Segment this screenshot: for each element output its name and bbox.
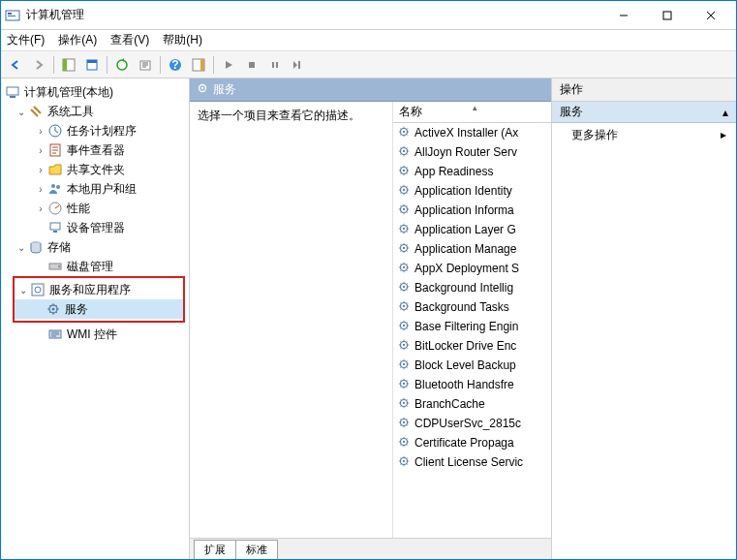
svg-point-26 bbox=[56, 185, 60, 189]
service-row[interactable]: Background Intellig bbox=[393, 278, 551, 297]
tree-event-viewer[interactable]: ›事件查看器 bbox=[1, 140, 189, 160]
tab-extended[interactable]: 扩展 bbox=[194, 540, 236, 559]
pause-service-button[interactable] bbox=[264, 54, 286, 76]
tree-device-manager[interactable]: 设备管理器 bbox=[1, 218, 189, 237]
service-name: AllJoyn Router Serv bbox=[415, 145, 517, 159]
svg-point-76 bbox=[403, 459, 405, 461]
svg-point-37 bbox=[52, 308, 55, 311]
service-row[interactable]: Bluetooth Handsfre bbox=[393, 375, 551, 394]
gear-icon bbox=[397, 435, 411, 451]
svg-point-48 bbox=[403, 188, 405, 190]
expand-icon[interactable]: › bbox=[34, 184, 47, 195]
service-name: App Readiness bbox=[415, 165, 493, 178]
gear-icon bbox=[397, 416, 411, 432]
services-list-body[interactable]: ActiveX Installer (AxAllJoyn Router Serv… bbox=[393, 123, 551, 538]
tree-root[interactable]: 计算机管理(本地) bbox=[1, 82, 189, 102]
expand-icon[interactable]: › bbox=[34, 126, 47, 137]
svg-point-40 bbox=[201, 87, 204, 90]
highlight-box: ⌄服务和应用程序 服务 bbox=[13, 276, 185, 323]
tree-pane[interactable]: 计算机管理(本地) ⌄ 系统工具 ›任务计划程序 ›事件查看器 ›共享文件夹 ›… bbox=[1, 78, 190, 559]
actions-more[interactable]: 更多操作 ▸ bbox=[552, 123, 736, 146]
expand-icon[interactable]: › bbox=[34, 145, 47, 156]
service-row[interactable]: BranchCache bbox=[393, 394, 551, 414]
close-button[interactable] bbox=[689, 2, 732, 29]
svg-rect-1 bbox=[8, 13, 12, 15]
collapse-icon[interactable]: ⌄ bbox=[16, 285, 30, 296]
tree-performance[interactable]: ›性能 bbox=[1, 199, 189, 218]
gear-icon bbox=[397, 454, 411, 471]
restart-service-button[interactable] bbox=[288, 54, 309, 76]
back-button[interactable] bbox=[5, 54, 26, 76]
tree-task-scheduler[interactable]: ›任务计划程序 bbox=[1, 121, 189, 140]
tree-disk-management[interactable]: 磁盘管理 bbox=[1, 257, 189, 276]
show-hide-tree-button[interactable] bbox=[58, 54, 79, 76]
titlebar[interactable]: 计算机管理 bbox=[1, 1, 736, 30]
svg-point-58 bbox=[403, 285, 405, 287]
expand-icon[interactable]: › bbox=[34, 203, 47, 214]
tree-services-apps[interactable]: ⌄服务和应用程序 bbox=[15, 280, 183, 299]
service-name: Block Level Backup bbox=[415, 358, 516, 372]
forward-button[interactable] bbox=[28, 54, 49, 76]
service-row[interactable]: Application Informa bbox=[393, 201, 551, 220]
export-button[interactable] bbox=[135, 54, 156, 76]
stop-service-button[interactable] bbox=[241, 54, 262, 76]
svg-rect-2 bbox=[8, 16, 15, 16]
clock-icon bbox=[47, 123, 63, 139]
service-row[interactable]: App Readiness bbox=[393, 162, 551, 181]
service-name: Background Tasks bbox=[415, 300, 509, 314]
tree-storage[interactable]: ⌄存储 bbox=[1, 237, 189, 257]
service-row[interactable]: AllJoyn Router Serv bbox=[393, 142, 551, 162]
expand-icon[interactable]: › bbox=[34, 165, 47, 175]
service-name: Client License Servic bbox=[415, 455, 523, 469]
menu-file[interactable]: 文件(F) bbox=[7, 32, 45, 48]
gear-icon bbox=[397, 358, 411, 374]
svg-point-72 bbox=[403, 420, 405, 422]
services-list: 名称 ▴ ActiveX Installer (AxAllJoyn Router… bbox=[393, 102, 551, 538]
services-pane-header: 服务 bbox=[190, 78, 551, 102]
service-row[interactable]: AppX Deployment S bbox=[393, 259, 551, 278]
actions-section-services[interactable]: 服务 ▴ bbox=[552, 102, 736, 123]
service-row[interactable]: Certificate Propaga bbox=[393, 433, 551, 452]
service-row[interactable]: Application Layer G bbox=[393, 220, 551, 239]
tree-local-users[interactable]: ›本地用户和组 bbox=[1, 179, 189, 199]
action-pane-button[interactable] bbox=[188, 54, 209, 76]
app-icon bbox=[5, 8, 20, 23]
gear-icon bbox=[397, 377, 411, 393]
menu-help[interactable]: 帮助(H) bbox=[163, 32, 202, 48]
start-service-button[interactable] bbox=[218, 54, 239, 76]
service-row[interactable]: Background Tasks bbox=[393, 297, 551, 317]
service-row[interactable]: BitLocker Drive Enc bbox=[393, 336, 551, 356]
collapse-icon[interactable]: ⌄ bbox=[15, 242, 28, 253]
service-row[interactable]: Client License Servic bbox=[393, 452, 551, 472]
service-name: Application Identity bbox=[415, 184, 512, 198]
svg-point-60 bbox=[403, 304, 405, 306]
service-row[interactable]: Block Level Backup bbox=[393, 356, 551, 375]
tree-services[interactable]: 服务 bbox=[15, 299, 183, 319]
properties-button[interactable] bbox=[81, 54, 103, 76]
service-row[interactable]: CDPUserSvc_2815c bbox=[393, 414, 551, 433]
gear-icon bbox=[397, 202, 411, 219]
service-row[interactable]: Application Identity bbox=[393, 181, 551, 201]
menu-view[interactable]: 查看(V) bbox=[110, 32, 149, 48]
menu-action[interactable]: 操作(A) bbox=[58, 32, 97, 48]
svg-text:?: ? bbox=[171, 58, 178, 72]
tree-shared-folders[interactable]: ›共享文件夹 bbox=[1, 160, 189, 179]
svg-point-68 bbox=[403, 382, 405, 384]
tree-system-tools[interactable]: ⌄ 系统工具 bbox=[1, 102, 189, 121]
svg-point-50 bbox=[403, 207, 405, 209]
help-button[interactable]: ? bbox=[165, 54, 186, 76]
column-header-name[interactable]: 名称 ▴ bbox=[393, 102, 551, 123]
tree-wmi[interactable]: WMI 控件 bbox=[1, 325, 189, 344]
maximize-button[interactable] bbox=[645, 2, 689, 29]
collapse-icon[interactable]: ⌄ bbox=[15, 107, 28, 117]
service-name: Application Manage bbox=[415, 242, 516, 256]
gear-icon bbox=[397, 396, 411, 413]
tab-standard[interactable]: 标准 bbox=[235, 540, 278, 559]
refresh-button[interactable] bbox=[111, 54, 133, 76]
minimize-button[interactable] bbox=[601, 2, 645, 29]
service-row[interactable]: Base Filtering Engin bbox=[393, 317, 551, 336]
svg-rect-18 bbox=[272, 62, 274, 68]
service-row[interactable]: ActiveX Installer (Ax bbox=[393, 123, 551, 142]
svg-point-33 bbox=[58, 265, 60, 267]
service-row[interactable]: Application Manage bbox=[393, 239, 551, 259]
